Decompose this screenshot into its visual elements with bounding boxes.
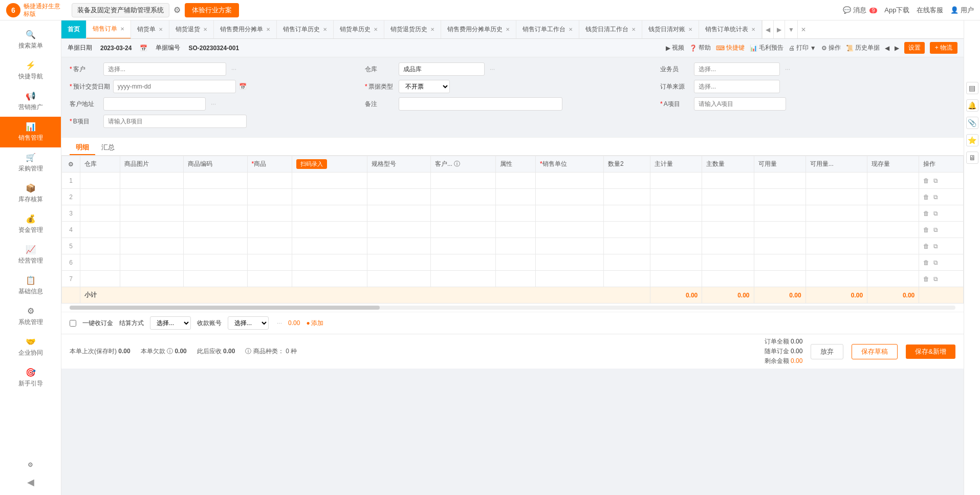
row-code-6[interactable] bbox=[184, 254, 247, 271]
tab-close-order-stats[interactable]: ✕ bbox=[751, 27, 755, 32]
right-panel-btn5[interactable]: 🖥 bbox=[966, 152, 978, 164]
th-product[interactable]: *商品 bbox=[247, 156, 292, 173]
settle-select[interactable]: 选择... bbox=[150, 316, 191, 330]
th-available2[interactable]: 可用量... bbox=[805, 156, 867, 173]
row-unit-3[interactable] bbox=[535, 205, 603, 222]
tab-expense-history[interactable]: 销售费用分摊单历史 ✕ bbox=[441, 20, 516, 39]
help-btn[interactable]: ❓ 帮助 bbox=[689, 44, 711, 52]
save-new-button[interactable]: 保存&新增 bbox=[906, 345, 955, 359]
sidebar-item-quicknav[interactable]: ⚡ 快捷导航 bbox=[0, 55, 61, 86]
nav-prev-btn[interactable]: ◀ bbox=[885, 45, 889, 52]
sidebar-item-collab[interactable]: 🤝 企业协同 bbox=[0, 332, 61, 362]
row-unit-5[interactable] bbox=[535, 238, 603, 254]
row-product-6[interactable] bbox=[247, 254, 292, 271]
row-product-7[interactable] bbox=[247, 271, 292, 287]
row-code-7[interactable] bbox=[184, 271, 247, 287]
row-warehouse-1[interactable] bbox=[80, 173, 120, 189]
row-current-6[interactable] bbox=[867, 254, 919, 271]
row-available-5[interactable] bbox=[754, 238, 805, 254]
row-main-unit-2[interactable] bbox=[650, 189, 702, 205]
sidebar-item-basic[interactable]: 📋 基础信息 bbox=[0, 270, 61, 301]
row-available2-5[interactable] bbox=[805, 238, 867, 254]
sidebar-item-inventory[interactable]: 📦 库存核算 bbox=[0, 178, 61, 209]
row-customer-code-2[interactable] bbox=[430, 189, 495, 205]
row-image-6[interactable] bbox=[120, 254, 184, 271]
operate-btn[interactable]: ⚙ 操作 bbox=[821, 44, 841, 52]
row-image-4[interactable] bbox=[120, 222, 184, 238]
scan-button[interactable]: 扫码录入 bbox=[296, 159, 327, 169]
tab-close-expense-history[interactable]: ✕ bbox=[506, 27, 510, 32]
row-attribute-5[interactable] bbox=[495, 238, 535, 254]
row-available2-2[interactable] bbox=[805, 189, 867, 205]
row-warehouse-6[interactable] bbox=[80, 254, 120, 271]
row-main-unit-3[interactable] bbox=[650, 205, 702, 222]
row-code-5[interactable] bbox=[184, 238, 247, 254]
settings-btn[interactable]: 设置 bbox=[904, 42, 925, 54]
tab-close-sales-expense[interactable]: ✕ bbox=[266, 27, 270, 32]
th-attribute[interactable]: 属性 bbox=[495, 156, 535, 173]
row-spec-5[interactable] bbox=[367, 238, 430, 254]
row-unit-1[interactable] bbox=[535, 173, 603, 189]
tab-goods-history[interactable]: 销货单历史 ✕ bbox=[334, 20, 384, 39]
staff-more-icon[interactable]: ··· bbox=[785, 66, 790, 73]
row-delete-3[interactable]: 🗑 bbox=[923, 210, 929, 217]
row-copy-4[interactable]: ⧉ bbox=[933, 226, 938, 233]
row-customer-code-5[interactable] bbox=[430, 238, 495, 254]
warehouse-more-icon[interactable]: ··· bbox=[490, 66, 495, 73]
tab-sales-order[interactable]: 销售订单 ✕ bbox=[86, 20, 131, 39]
sidebar-item-operation[interactable]: 📈 经营管理 bbox=[0, 240, 61, 270]
row-image-7[interactable] bbox=[120, 271, 184, 287]
row-qty2-5[interactable] bbox=[604, 238, 650, 254]
a-project-input[interactable] bbox=[694, 97, 786, 111]
row-delete-2[interactable]: 🗑 bbox=[923, 193, 929, 201]
th-customer-code[interactable]: 客户... ⓘ bbox=[430, 156, 495, 173]
row-spec-3[interactable] bbox=[367, 205, 430, 222]
sidebar-item-system[interactable]: ⚙ 系统管理 bbox=[0, 301, 61, 332]
th-current[interactable]: 现存量 bbox=[867, 156, 919, 173]
row-available2-6[interactable] bbox=[805, 254, 867, 271]
row-copy-7[interactable]: ⧉ bbox=[933, 275, 938, 283]
row-available-6[interactable] bbox=[754, 254, 805, 271]
row-available2-4[interactable] bbox=[805, 222, 867, 238]
tab-close-daily-reconcile[interactable]: ✕ bbox=[688, 27, 692, 32]
customer-input[interactable] bbox=[103, 62, 226, 76]
row-delete-5[interactable]: 🗑 bbox=[923, 243, 929, 250]
th-warehouse[interactable]: 仓库 bbox=[80, 156, 120, 173]
view-btn[interactable]: ▶ 视频 bbox=[666, 44, 684, 52]
delivery-input[interactable] bbox=[113, 80, 236, 93]
th-settings[interactable]: ⚙ bbox=[62, 156, 80, 173]
row-qty2-6[interactable] bbox=[604, 254, 650, 271]
tab-close-sales-order[interactable]: ✕ bbox=[120, 26, 124, 32]
row-current-1[interactable] bbox=[867, 173, 919, 189]
row-main-unit-6[interactable] bbox=[650, 254, 702, 271]
th-spec[interactable]: 规格型号 bbox=[367, 156, 430, 173]
row-attribute-2[interactable] bbox=[495, 189, 535, 205]
row-qty2-1[interactable] bbox=[604, 173, 650, 189]
tab-order-history[interactable]: 销售订单历史 ✕ bbox=[277, 20, 334, 39]
th-available[interactable]: 可用量 bbox=[754, 156, 805, 173]
sub-tab-summary[interactable]: 汇总 bbox=[95, 141, 121, 155]
row-main-qty-3[interactable] bbox=[702, 205, 754, 222]
row-attribute-1[interactable] bbox=[495, 173, 535, 189]
row-copy-1[interactable]: ⧉ bbox=[933, 177, 938, 184]
th-code[interactable]: 商品编码 bbox=[184, 156, 247, 173]
address-input[interactable] bbox=[103, 97, 206, 111]
row-main-unit-7[interactable] bbox=[650, 271, 702, 287]
right-panel-btn4[interactable]: ⭐ bbox=[966, 134, 978, 146]
add-material-btn[interactable]: + 物流 bbox=[930, 42, 957, 54]
row-product-1[interactable] bbox=[247, 173, 292, 189]
row-main-qty-1[interactable] bbox=[702, 173, 754, 189]
row-current-4[interactable] bbox=[867, 222, 919, 238]
sidebar-item-guide[interactable]: 🎯 新手引导 bbox=[0, 362, 61, 393]
th-image[interactable]: 商品图片 bbox=[120, 156, 184, 173]
row-unit-7[interactable] bbox=[535, 271, 603, 287]
right-panel-btn2[interactable]: 🔔 bbox=[966, 99, 978, 112]
tab-home[interactable]: 首页 bbox=[61, 20, 86, 39]
shortcut-btn[interactable]: ⌨ 快捷键 bbox=[716, 44, 745, 52]
tab-close-all[interactable]: ✕ bbox=[797, 20, 809, 39]
row-image-3[interactable] bbox=[120, 205, 184, 222]
address-more-icon[interactable]: ··· bbox=[211, 100, 216, 107]
sidebar-item-sales[interactable]: 📊 销售管理 bbox=[0, 117, 61, 147]
row-current-3[interactable] bbox=[867, 205, 919, 222]
row-warehouse-4[interactable] bbox=[80, 222, 120, 238]
